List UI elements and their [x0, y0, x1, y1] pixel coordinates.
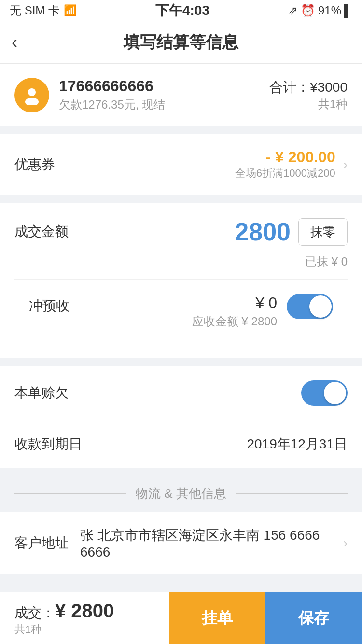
chong-sub: 应收金额 ¥ 2800	[192, 314, 277, 329]
amount-right: 2800 抹零	[235, 217, 348, 246]
bottom-count: 共1种	[14, 622, 154, 637]
chong-right: ¥ 0 应收金额 ¥ 2800	[192, 294, 333, 329]
coupon-chevron: ›	[343, 157, 348, 172]
amount-row: 成交金额 2800 抹零	[14, 217, 348, 246]
status-time: 下午4:03	[155, 1, 209, 20]
customer-left: 17666666666 欠款1276.35元, 现结	[14, 77, 165, 112]
amount-sub: 已抹 ¥ 0	[14, 254, 348, 269]
debt-toggle[interactable]	[301, 380, 348, 406]
avatar	[14, 78, 49, 112]
total-label-value: 合计：¥3000	[269, 78, 348, 97]
address-chevron: ›	[343, 535, 348, 551]
coupon-desc: 全场6折满1000减200	[235, 166, 335, 181]
hang-button[interactable]: 挂单	[169, 592, 265, 644]
wifi-icon: 📶	[64, 4, 77, 17]
svg-point-0	[28, 88, 36, 96]
divider-line-left	[14, 493, 126, 494]
status-left: 无 SIM 卡 📶	[10, 3, 77, 18]
bottom-bar: 成交：¥ 2800 共1种 挂单 保存	[0, 592, 362, 644]
order-debt-label: 本单赊欠	[14, 384, 69, 402]
coupon-details: - ¥ 200.00 全场6折满1000减200	[235, 148, 335, 181]
logistics-divider: 物流 & 其他信息	[0, 476, 362, 512]
bottom-info: 成交：¥ 2800 共1种	[0, 600, 169, 637]
bottom-deal-label: 成交：	[14, 605, 55, 620]
battery-text: 91%	[318, 4, 341, 17]
chong-row: 冲预收 ¥ 0 应收金额 ¥ 2800	[14, 279, 348, 344]
due-date-value: 2019年12月31日	[247, 435, 348, 453]
due-date-row: 收款到期日 2019年12月31日	[0, 420, 362, 468]
total-value: ¥3000	[310, 80, 348, 95]
customer-right: 合计：¥3000 共1种	[269, 78, 348, 112]
coupon-section: 优惠券 - ¥ 200.00 全场6折满1000减200 ›	[0, 134, 362, 195]
amount-value: 2800	[235, 217, 291, 246]
coupon-row[interactable]: 优惠券 - ¥ 200.00 全场6折满1000减200 ›	[0, 134, 362, 195]
address-label: 客户地址	[14, 534, 72, 552]
customer-card: 17666666666 欠款1276.35元, 现结 合计：¥3000 共1种	[0, 64, 362, 126]
chong-values: ¥ 0 应收金额 ¥ 2800	[192, 294, 277, 329]
customer-info: 17666666666 欠款1276.35元, 现结	[59, 77, 165, 112]
customer-debt: 欠款1276.35元, 现结	[59, 97, 165, 112]
amount-label: 成交金额	[14, 223, 69, 241]
nav-bar: ‹ 填写结算等信息	[0, 21, 362, 64]
order-debt-section: 本单赊欠 收款到期日 2019年12月31日	[0, 366, 362, 468]
svg-point-1	[25, 98, 39, 105]
chong-amount: ¥ 0	[192, 294, 277, 312]
order-debt-row: 本单赊欠	[0, 366, 362, 420]
status-right: ⇗ ⏰ 91% ▌	[288, 4, 352, 17]
bottom-deal-amount: ¥ 2800	[55, 600, 114, 621]
divider-line-right	[236, 493, 348, 494]
round-button[interactable]: 抹零	[298, 218, 348, 246]
content: 17666666666 欠款1276.35元, 现结 合计：¥3000 共1种 …	[0, 64, 362, 640]
product-count: 共1种	[269, 97, 348, 112]
coupon-amount: - ¥ 200.00	[235, 148, 335, 166]
amount-section: 成交金额 2800 抹零 已抹 ¥ 0 冲预收 ¥ 0 应收金额 ¥ 2800	[0, 203, 362, 358]
chong-label: 冲预收	[29, 294, 70, 315]
back-button[interactable]: ‹	[12, 32, 17, 53]
status-bar: 无 SIM 卡 📶 下午4:03 ⇗ ⏰ 91% ▌	[0, 0, 362, 21]
total-label: 合计：	[269, 80, 310, 95]
toggle-knob	[309, 295, 332, 318]
logistics-label: 物流 & 其他信息	[126, 485, 236, 502]
coupon-label: 优惠券	[14, 155, 55, 174]
address-row[interactable]: 客户地址 张 北京市市辖区海淀区永丰南 156 6666 6666 ›	[0, 512, 362, 574]
save-button[interactable]: 保存	[265, 592, 362, 644]
address-section: 客户地址 张 北京市市辖区海淀区永丰南 156 6666 6666 ›	[0, 512, 362, 574]
debt-toggle-knob	[324, 382, 346, 404]
no-sim-text: 无 SIM 卡	[10, 3, 60, 18]
page-title: 填写结算等信息	[124, 31, 238, 54]
bottom-deal-line: 成交：¥ 2800	[14, 600, 154, 622]
alarm-icon: ⏰	[301, 4, 315, 17]
chong-toggle[interactable]	[287, 294, 333, 319]
customer-phone: 17666666666	[59, 77, 165, 95]
battery-icon: ▌	[344, 4, 352, 17]
due-date-label: 收款到期日	[14, 435, 82, 453]
address-value: 张 北京市市辖区海淀区永丰南 156 6666 6666	[72, 526, 343, 560]
location-icon: ⇗	[288, 4, 298, 17]
coupon-right-area: - ¥ 200.00 全场6折满1000减200 ›	[235, 148, 348, 181]
